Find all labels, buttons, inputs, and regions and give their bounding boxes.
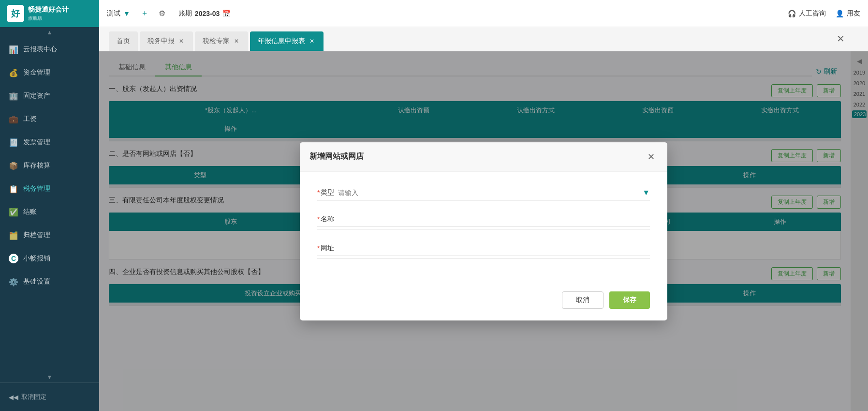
sidebar-item-payroll[interactable]: 💼 工资 xyxy=(0,107,99,131)
modal-close-btn[interactable]: ✕ xyxy=(644,150,658,164)
sidebar-item-fixed-assets[interactable]: 🏢 固定资产 xyxy=(0,84,99,107)
tab-annual-report-label: 年报信息申报表 xyxy=(258,37,305,46)
sidebar-item-label: 结账 xyxy=(23,208,37,216)
sidebar-item-label: 工资 xyxy=(23,115,37,123)
sidebar-logo: 好 畅捷通好会计 旗舰版 xyxy=(0,0,99,27)
invoice-mgmt-icon: 🧾 xyxy=(9,137,18,147)
sidebar-item-label: 资金管理 xyxy=(23,68,50,77)
url-field-row: * 网址 xyxy=(317,241,650,256)
payroll-icon: 💼 xyxy=(9,114,18,124)
inventory-icon: 📦 xyxy=(9,161,18,170)
sidebar-item-accounting[interactable]: ✅ 结账 xyxy=(0,200,99,224)
form-group-url: * 网址 xyxy=(317,241,650,259)
tabbar: 首页 税务申报 ✕ 税检专家 ✕ 年报信息申报表 ✕ xyxy=(99,27,868,51)
sidebar-item-inventory[interactable]: 📦 库存核算 xyxy=(0,154,99,177)
modal-title: 新增网站或网店 xyxy=(309,152,644,162)
sidebar-item-label: 云报表中心 xyxy=(23,45,57,54)
sidebar-item-archive-mgmt[interactable]: 🗂️ 归档管理 xyxy=(0,224,99,247)
type-label: 类型 xyxy=(321,188,334,197)
url-required-mark: * xyxy=(317,244,320,252)
type-input[interactable] xyxy=(338,189,642,197)
name-label: 名称 xyxy=(321,215,334,224)
modal-backdrop: 新增网站或网店 ✕ * 类型 ▼ xyxy=(99,51,868,411)
calendar-icon[interactable]: 📅 xyxy=(222,10,231,17)
save-button[interactable]: 保存 xyxy=(609,291,650,309)
accounting-icon: ✅ xyxy=(9,207,18,217)
user-icon: 👤 xyxy=(836,10,844,17)
settings-btn[interactable]: ⚙ xyxy=(155,7,169,20)
sidebar-scroll-up[interactable]: ▲ xyxy=(0,27,99,38)
sidebar: 好 畅捷通好会计 旗舰版 ▲ 📊 云报表中心 💰 资金管理 🏢 固定资产 💼 工… xyxy=(0,0,99,411)
sidebar-item-label: 发票管理 xyxy=(23,138,50,147)
cancel-button[interactable]: 取消 xyxy=(562,291,603,309)
service-label: 人工咨询 xyxy=(799,9,826,18)
sidebar-item-tax-mgmt[interactable]: 📋 税务管理 xyxy=(0,177,99,200)
name-required-mark: * xyxy=(317,215,320,223)
sidebar-item-basic-settings[interactable]: ⚙️ 基础设置 xyxy=(0,270,99,293)
tab-home[interactable]: 首页 xyxy=(109,31,138,51)
sidebar-item-xiao-chang[interactable]: C 小畅报销 xyxy=(0,247,99,270)
tab-tax-report-label: 税务申报 xyxy=(147,37,175,46)
sidebar-item-label: 小畅报销 xyxy=(23,254,50,263)
content-area: ✕ 基础信息 其他信息 ↻ 刷新 一、股 xyxy=(99,51,868,411)
url-label: 网址 xyxy=(321,244,334,253)
service-btn[interactable]: 🎧 人工咨询 xyxy=(788,9,826,18)
cancel-fixed-btn[interactable]: ◀◀ 取消固定 xyxy=(0,388,99,406)
sidebar-item-label: 库存核算 xyxy=(23,161,50,170)
topbar: 测试 ▼ ＋ ⚙ 账期 2023-03 📅 🎧 人工咨询 👤 用友 xyxy=(99,0,868,27)
logo-text: 畅捷通好会计 xyxy=(28,5,69,14)
name-field-row: * 名称 xyxy=(317,212,650,227)
form-group-type: * 类型 ▼ xyxy=(317,185,650,200)
modal-footer: 取消 保存 xyxy=(300,284,667,320)
left-arrow-icon: ◀◀ xyxy=(9,394,18,401)
dropdown-arrow-icon: ▼ xyxy=(123,10,130,17)
main-area: 测试 ▼ ＋ ⚙ 账期 2023-03 📅 🎧 人工咨询 👤 用友 首页 xyxy=(99,0,868,411)
type-field-row: * 类型 ▼ xyxy=(317,185,650,200)
type-required-mark: * xyxy=(317,189,320,197)
tab-tax-inspection-close[interactable]: ✕ xyxy=(233,37,240,45)
tax-mgmt-icon: 📋 xyxy=(9,184,18,194)
form-group-name: * 名称 xyxy=(317,212,650,229)
sidebar-scroll-down[interactable]: ▼ xyxy=(0,372,99,382)
sidebar-item-cloud-report[interactable]: 📊 云报表中心 xyxy=(0,38,99,61)
tab-annual-report[interactable]: 年报信息申报表 ✕ xyxy=(250,31,324,51)
sidebar-item-fund-mgmt[interactable]: 💰 资金管理 xyxy=(0,61,99,84)
sidebar-bottom: ◀◀ 取消固定 xyxy=(0,382,99,411)
tab-tax-report-close[interactable]: ✕ xyxy=(177,37,185,45)
tab-tax-report[interactable]: 税务申报 ✕ xyxy=(140,31,193,51)
basic-settings-icon: ⚙️ xyxy=(9,277,18,287)
tab-tax-inspection-label: 税检专家 xyxy=(203,37,230,46)
cloud-report-icon: 📊 xyxy=(9,45,18,54)
type-dropdown-icon[interactable]: ▼ xyxy=(642,188,650,197)
company-selector[interactable]: 测试 ▼ xyxy=(107,9,130,18)
sidebar-nav: 📊 云报表中心 💰 资金管理 🏢 固定资产 💼 工资 🧾 发票管理 📦 库存核算… xyxy=(0,38,99,372)
logo-icon: 好 xyxy=(7,5,24,22)
tab-tax-inspection[interactable]: 税检专家 ✕ xyxy=(195,31,248,51)
period-label: 账期 xyxy=(178,9,192,18)
period-value: 2023-03 xyxy=(195,10,220,17)
archive-mgmt-icon: 🗂️ xyxy=(9,230,18,240)
sidebar-item-label: 固定资产 xyxy=(23,91,50,100)
sidebar-item-label: 税务管理 xyxy=(23,184,50,193)
user-menu[interactable]: 👤 用友 xyxy=(836,9,860,18)
modal-body: * 类型 ▼ * 名称 xyxy=(300,172,667,284)
cancel-fixed-label: 取消固定 xyxy=(21,393,46,401)
logo-sub: 旗舰版 xyxy=(28,15,69,22)
modal-header: 新增网站或网店 ✕ xyxy=(300,142,667,172)
tab-home-label: 首页 xyxy=(117,37,130,46)
fund-mgmt-icon: 💰 xyxy=(9,68,18,77)
topbar-right: 🎧 人工咨询 👤 用友 xyxy=(788,9,860,18)
sidebar-item-invoice-mgmt[interactable]: 🧾 发票管理 xyxy=(0,131,99,154)
xiao-chang-icon: C xyxy=(9,254,18,263)
company-name: 测试 xyxy=(107,9,120,18)
tab-annual-report-close[interactable]: ✕ xyxy=(308,37,316,45)
topbar-actions: ＋ ⚙ xyxy=(138,7,169,20)
topbar-period: 账期 2023-03 📅 xyxy=(178,9,231,18)
sidebar-item-label: 归档管理 xyxy=(23,231,50,240)
headset-icon: 🎧 xyxy=(788,10,796,17)
add-website-modal: 新增网站或网店 ✕ * 类型 ▼ xyxy=(300,142,667,320)
fixed-assets-icon: 🏢 xyxy=(9,91,18,101)
add-company-btn[interactable]: ＋ xyxy=(138,7,151,20)
user-label: 用友 xyxy=(847,9,860,18)
sidebar-item-label: 基础设置 xyxy=(23,277,50,286)
